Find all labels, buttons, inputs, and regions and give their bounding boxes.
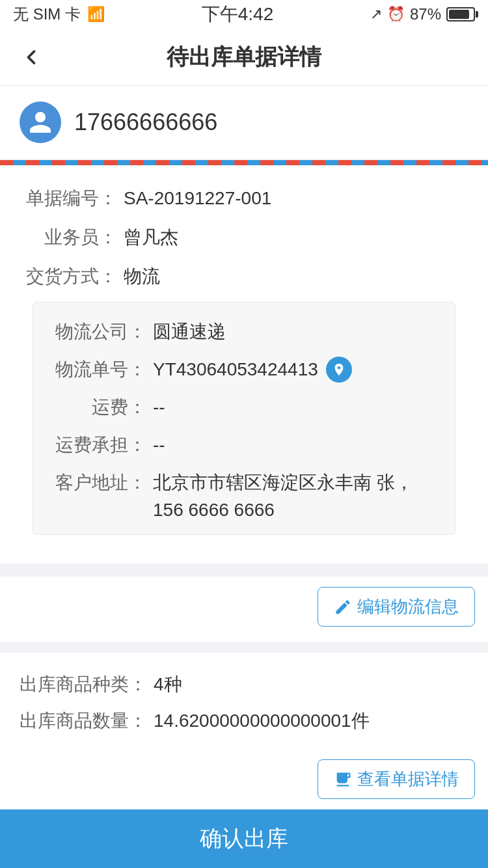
confirm-button-label: 确认出库 [200, 824, 288, 854]
goods-types-row: 出库商品种类： 4种 [20, 672, 468, 697]
doc-number-label: 单据编号： [20, 185, 117, 212]
view-details-btn-wrap: 查看单据详情 [0, 749, 488, 815]
customer-address-label: 客户地址： [49, 469, 146, 496]
logistics-company-row: 物流公司： 圆通速递 [49, 318, 439, 346]
goods-quantity-label: 出库商品数量： [20, 709, 147, 733]
customer-address-row: 客户地址： 北京市市辖区海淀区永丰南 张，156 6666 6666 [49, 469, 439, 524]
confirm-button[interactable]: 确认出库 [0, 809, 488, 868]
edit-logistics-btn-wrap: 编辑物流信息 [0, 576, 488, 642]
tracking-number-label: 物流单号： [49, 356, 146, 383]
status-time: 下午4:42 [202, 2, 274, 27]
goods-types-value: 4种 [154, 672, 468, 697]
delivery-method-row: 交货方式： 物流 [20, 263, 468, 290]
logistics-company-value: 圆通速递 [153, 318, 439, 346]
nav-bar: 待出库单据详情 [0, 29, 488, 86]
location-pin-icon[interactable] [326, 357, 352, 383]
delivery-method-value: 物流 [124, 263, 468, 290]
freight-row: 运费： -- [49, 394, 439, 421]
delivery-method-label: 交货方式： [20, 263, 117, 290]
avatar [20, 102, 61, 143]
tracking-number-value: YT43064053424413 [153, 356, 439, 383]
freight-bearer-label: 运费承担： [49, 431, 146, 459]
view-details-button[interactable]: 查看单据详情 [318, 759, 475, 799]
salesperson-label: 业务员： [20, 224, 117, 251]
doc-number-value: SA-20191227-001 [124, 185, 468, 212]
battery-text: 87% [410, 5, 441, 23]
freight-bearer-row: 运费承担： -- [49, 431, 439, 459]
customer-address-value: 北京市市辖区海淀区永丰南 张，156 6666 6666 [153, 469, 439, 524]
tracking-number-row: 物流单号： YT43064053424413 [49, 356, 439, 383]
status-left: 无 SIM 卡 📶 [13, 4, 105, 25]
logistics-company-label: 物流公司： [49, 318, 146, 346]
dashed-divider [0, 160, 488, 165]
status-right: ↗ ⏰ 87% [370, 5, 475, 23]
status-bar: 无 SIM 卡 📶 下午4:42 ↗ ⏰ 87% [0, 0, 488, 29]
alarm-icon: ⏰ [387, 6, 405, 23]
salesperson-row: 业务员： 曾凡杰 [20, 224, 468, 251]
order-info-section: 单据编号： SA-20191227-001 业务员： 曾凡杰 交货方式： 物流 … [0, 165, 488, 563]
freight-value: -- [153, 394, 439, 421]
salesperson-value: 曾凡杰 [124, 224, 468, 251]
freight-label: 运费： [49, 394, 146, 421]
wifi-icon: 📶 [87, 6, 105, 23]
page-title: 待出库单据详情 [167, 42, 321, 72]
freight-bearer-value: -- [153, 431, 439, 459]
goods-quantity-row: 出库商品数量： 14.62000000000000001件 [20, 709, 468, 733]
goods-quantity-value: 14.62000000000000001件 [154, 709, 468, 733]
carrier-text: 无 SIM 卡 [13, 4, 81, 25]
goods-types-label: 出库商品种类： [20, 672, 147, 697]
edit-logistics-label: 编辑物流信息 [357, 595, 459, 618]
view-details-label: 查看单据详情 [357, 768, 459, 791]
battery-indicator [446, 7, 475, 21]
back-button[interactable] [20, 46, 43, 69]
user-phone: 17666666666 [74, 109, 217, 136]
goods-section: 出库商品种类： 4种 出库商品数量： 14.62000000000000001件 [0, 653, 488, 749]
section-divider [0, 642, 488, 653]
user-header: 17666666666 [0, 86, 488, 159]
edit-logistics-button[interactable]: 编辑物流信息 [318, 587, 475, 627]
logistics-section: 物流公司： 圆通速递 物流单号： YT43064053424413 运费： -- [33, 302, 455, 535]
location-icon: ↗ [370, 6, 382, 23]
doc-number-row: 单据编号： SA-20191227-001 [20, 185, 468, 212]
